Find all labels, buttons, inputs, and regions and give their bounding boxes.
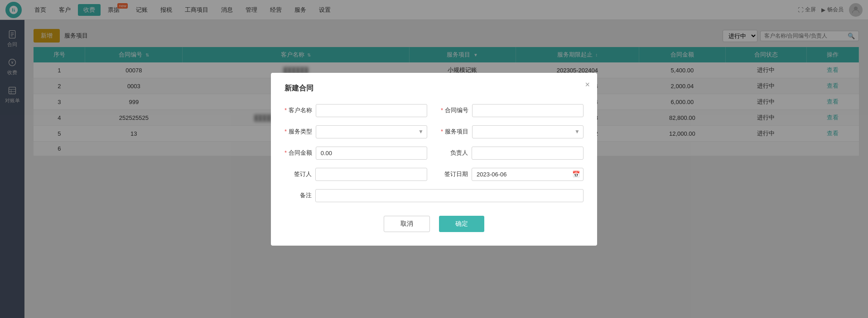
- contract-no-label: 合同编号: [441, 106, 468, 114]
- service-item-select-wrap: ▼: [472, 125, 583, 138]
- modal-overlay[interactable]: 新建合同 × 客户名称 合同编号 服务类型 ▼ 服务项目: [0, 0, 868, 318]
- person-in-charge-input[interactable]: [472, 147, 583, 160]
- service-type-label: 服务类型: [285, 128, 312, 136]
- sign-date-label: 签订日期: [441, 170, 468, 178]
- new-contract-modal: 新建合同 × 客户名称 合同编号 服务类型 ▼ 服务项目: [271, 73, 597, 246]
- calendar-icon[interactable]: 📅: [572, 171, 580, 178]
- sign-date-row: 签订日期 📅: [441, 168, 583, 181]
- contract-no-row: 合同编号: [441, 104, 583, 117]
- form-grid: 客户名称 合同编号 服务类型 ▼ 服务项目 ▼: [285, 104, 583, 202]
- signer-row: 签订人: [285, 168, 427, 181]
- confirm-button[interactable]: 确定: [439, 216, 484, 232]
- modal-title: 新建合同: [285, 84, 583, 93]
- remarks-label: 备注: [285, 191, 312, 199]
- person-in-charge-label: 负责人: [441, 149, 468, 157]
- customer-name-row: 客户名称: [285, 104, 427, 117]
- cancel-button[interactable]: 取消: [384, 216, 430, 232]
- service-type-row: 服务类型 ▼: [285, 125, 427, 138]
- service-item-row: 服务项目 ▼: [441, 125, 583, 138]
- person-in-charge-row: 负责人: [441, 147, 583, 160]
- contract-amount-input[interactable]: [316, 147, 427, 160]
- remarks-input[interactable]: [315, 189, 583, 202]
- service-item-select[interactable]: [472, 125, 583, 138]
- modal-close-button[interactable]: ×: [585, 80, 590, 90]
- service-type-select-wrap: ▼: [316, 125, 427, 138]
- signer-label: 签订人: [285, 170, 312, 178]
- service-type-select[interactable]: [316, 125, 427, 138]
- sign-date-wrap: 📅: [472, 168, 583, 181]
- signer-input[interactable]: [315, 168, 427, 181]
- contract-no-input[interactable]: [472, 104, 583, 117]
- modal-footer: 取消 确定: [285, 216, 583, 232]
- remarks-row: 备注: [285, 189, 583, 202]
- service-item-label: 服务项目: [441, 128, 468, 136]
- contract-amount-label: 合同金额: [285, 149, 312, 157]
- customer-name-input[interactable]: [316, 104, 427, 117]
- sign-date-input[interactable]: [472, 168, 583, 181]
- contract-amount-row: 合同金额: [285, 147, 427, 160]
- customer-name-label: 客户名称: [285, 106, 312, 114]
